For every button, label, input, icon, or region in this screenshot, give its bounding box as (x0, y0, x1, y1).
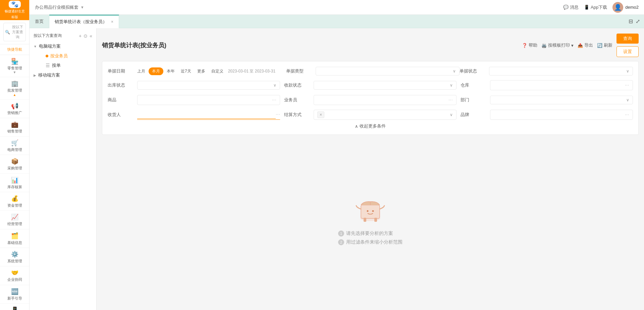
refresh-label: 刷新 (604, 42, 612, 48)
header-left: 办公用品行业模拟账套 ▾ (35, 4, 84, 10)
tip-text-2: 用过滤条件来缩小分析范围 (346, 239, 402, 245)
query-button[interactable]: 查询 (616, 34, 639, 44)
receiver-input[interactable] (137, 110, 276, 119)
sidebar-item-newuser[interactable]: 🆕 新手引导 (0, 285, 29, 304)
date-btn-more[interactable]: 更多 (195, 67, 208, 75)
left-panel: 按以下方案查询 + ⊙ « ▼ 电脑端方案 按业务员 (30, 28, 97, 310)
sidebar-item-enterprise[interactable]: 🤝 企业协同 (0, 266, 29, 285)
payment-select[interactable]: × ∨ (314, 110, 457, 120)
sidebar-item-wholesale[interactable]: 🏢 批发管理 ▲ (0, 77, 29, 99)
date-btn-lastmonth[interactable]: 上月 (135, 67, 148, 75)
appcenter-icon: 📱 (11, 306, 18, 310)
refresh-button[interactable]: 🔄 刷新 (597, 42, 612, 48)
tree-child-order[interactable]: ☰ 按单 (38, 61, 96, 70)
sidebar-item-retail[interactable]: 🏪 零售管理 ▼ (0, 55, 29, 77)
operations-icon: 📈 (11, 213, 18, 221)
date-btn-thisyear[interactable]: 本年 (164, 67, 177, 75)
print-button[interactable]: 🖨️ 按模板打印 ▾ (541, 42, 574, 48)
payment-tag-close[interactable]: × (320, 112, 322, 117)
date-btn-7days[interactable]: 近7天 (178, 67, 194, 75)
sidebar-item-marketing[interactable]: 📢 营销推广 (0, 100, 29, 118)
warehouse-select[interactable]: ··· (490, 80, 633, 90)
user-avatar: 👤 (612, 2, 623, 13)
sidebar-item-purchase[interactable]: 📦 采购管理 (0, 155, 29, 173)
brand-select[interactable]: ··· (490, 110, 633, 120)
wholesale-icon: 🏢 (11, 80, 18, 87)
tree-mobile-item[interactable]: ▶ 移动端方案 (30, 70, 96, 80)
date-btn-thismonth[interactable]: 本月 (149, 67, 163, 75)
out-status-arrow: ∨ (273, 83, 276, 88)
filter-row-1: 单据日期 上月 本月 本年 近7天 更多 自定义 2023-03-01 至 20… (108, 67, 633, 75)
wholesale-expand-icon: ▲ (13, 93, 16, 97)
app-download-button[interactable]: 📱 App下载 (584, 4, 607, 10)
quick-nav-label[interactable]: 快捷导航 (3, 46, 26, 53)
sidebar-item-operations[interactable]: 📈 经营管理 (0, 211, 29, 229)
out-status-select[interactable]: ∨ (137, 81, 280, 90)
search-icon: 🔍 (5, 30, 10, 35)
sidebar-item-ecom[interactable]: 🛒 电商管理 (0, 137, 29, 155)
finance-icon: 💰 (11, 195, 18, 202)
brand-label: 品牌 (461, 112, 487, 118)
tab-expand-button[interactable]: ⤢ (636, 18, 640, 24)
receiver-dots[interactable]: ··· (276, 111, 280, 117)
tab-close-button[interactable]: × (111, 19, 113, 24)
empty-illustration (354, 192, 387, 225)
search-menu-button[interactable]: 🔍 按以下方案查询 (3, 23, 26, 41)
main-area: 办公用品行业模拟账套 ▾ 💬 消息 📱 App下载 👤 demo2 首页 (30, 0, 644, 310)
enterprise-icon: 🤝 (11, 269, 18, 276)
tab-home[interactable]: 首页 (30, 15, 49, 28)
doc-status-label: 单据状态 (460, 68, 486, 74)
payment-label: 结算方式 (284, 112, 311, 118)
tab-minimize-button[interactable]: ⊟ (629, 18, 633, 24)
sidebar-item-finance[interactable]: 💰 资金管理 (0, 192, 29, 211)
svg-point-6 (367, 210, 369, 212)
department-select[interactable]: ∨ (490, 96, 633, 104)
logo-icon: 🐾 (9, 1, 21, 8)
user-area[interactable]: 👤 demo2 (612, 2, 639, 13)
filter-row-2: 出库状态 ∨ 收款状态 ∨ 仓库 (108, 80, 633, 90)
help-button[interactable]: ❓ 帮助 (522, 42, 537, 48)
add-scheme-button[interactable]: + (79, 33, 82, 39)
collapse-panel-button[interactable]: « (90, 33, 92, 39)
doc-type-arrow: ∨ (453, 69, 456, 73)
retail-expand-icon: ▼ (13, 70, 16, 74)
sidebar-search-area: 🔍 按以下方案查询 (0, 20, 29, 44)
collapse-button[interactable]: ∧ 收起更多条件 (355, 123, 386, 129)
app-name: 畅捷通好生意 (5, 9, 25, 14)
warehouse-dots: ··· (625, 82, 629, 88)
salesman-select[interactable]: ··· (314, 95, 457, 105)
receipt-status-arrow: ∨ (450, 83, 453, 88)
tab-active[interactable]: 销货单统计表（按业务员） × (49, 15, 119, 28)
doc-status-select[interactable]: ∨ (489, 67, 633, 75)
message-button[interactable]: 💬 消息 (563, 4, 579, 10)
sidebar-item-inventory[interactable]: 📊 库存核算 (0, 174, 29, 192)
left-panel-actions: + ⊙ « (79, 33, 92, 39)
sidebar-item-appcenter[interactable]: 📱 应用中心 (0, 304, 29, 310)
collapse-icon: ∧ (355, 124, 358, 129)
sidebar-item-sales[interactable]: 💼 销售管理 (0, 118, 29, 137)
tree-child-salesman[interactable]: 按业务员 (38, 51, 96, 61)
help-label: 帮助 (529, 42, 537, 48)
goods-select[interactable]: ··· (137, 95, 280, 105)
edit-scheme-button[interactable]: ⊙ (84, 33, 88, 39)
print-dropdown-icon[interactable]: ▾ (571, 43, 574, 48)
search-menu-label: 按以下方案查询 (11, 24, 24, 40)
username-label: demo2 (625, 5, 639, 10)
empty-tip-1: 1 请先选择要分析的方案 (338, 230, 402, 237)
date-btn-custom[interactable]: 自定义 (209, 67, 226, 75)
sidebar-item-basic[interactable]: 🗂️ 基础信息 (0, 229, 29, 248)
receipt-status-select[interactable]: ∨ (314, 81, 457, 90)
sidebar-item-system[interactable]: ⚙️ 系统管理 (0, 248, 29, 266)
suite-dropdown-icon[interactable]: ▾ (81, 5, 84, 10)
brand-dots: ··· (625, 112, 629, 118)
out-status-section: 出库状态 ∨ (108, 80, 280, 90)
tree-pc-section: ▼ 电脑端方案 按业务员 ☰ 按单 (30, 41, 96, 70)
filter-row-3: 商品 ··· 业务员 ··· 部门 (108, 95, 633, 105)
tree-pc-item[interactable]: ▼ 电脑端方案 (30, 41, 96, 51)
filter-row-4: 收货人 ··· 结算方式 × ∨ (108, 110, 633, 120)
export-button[interactable]: 📤 导出 (578, 42, 593, 48)
retail-icon: 🏪 (11, 58, 18, 65)
brand-section: 品牌 ··· (461, 110, 633, 120)
doc-type-select[interactable]: ∨ (316, 67, 460, 75)
settings-button[interactable]: 设置 (616, 46, 639, 57)
